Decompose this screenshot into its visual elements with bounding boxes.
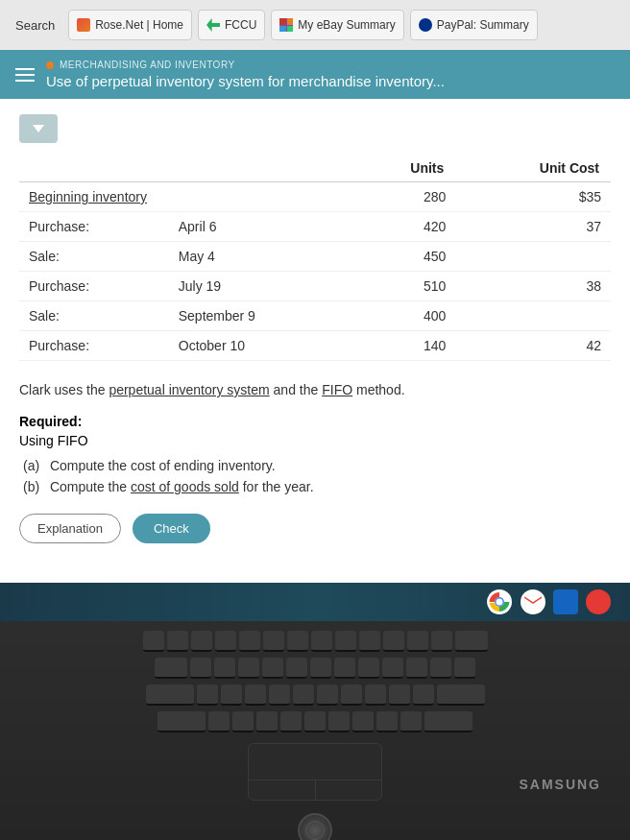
- laptop-shell: Search Rose.Net | Home FCCU My eBay Summ…: [0, 0, 630, 840]
- key[interactable]: [424, 711, 472, 732]
- blue-taskbar-icon[interactable]: [553, 589, 578, 614]
- row-purchase2-cost: 38: [455, 272, 611, 301]
- key[interactable]: [286, 658, 307, 679]
- key[interactable]: [293, 684, 314, 706]
- row-sale1-date: May 4: [169, 242, 350, 272]
- row-purchase1-label: Purchase:: [19, 212, 169, 242]
- key[interactable]: [334, 658, 355, 679]
- key[interactable]: [263, 631, 284, 652]
- key[interactable]: [304, 711, 326, 732]
- key[interactable]: [317, 684, 338, 706]
- key-backspace[interactable]: [455, 631, 488, 652]
- ebay-favicon: [279, 18, 293, 32]
- tab-bar: Search Rose.Net | Home FCCU My eBay Summ…: [0, 0, 630, 50]
- key[interactable]: [280, 711, 302, 732]
- question-b-label: (b): [23, 479, 46, 494]
- perpetual-inventory-link[interactable]: perpetual inventory system: [109, 382, 269, 397]
- beginning-inventory-link[interactable]: Beginning inventory: [29, 189, 147, 204]
- row-sale2-date: September 9: [169, 301, 350, 331]
- tab-ebay[interactable]: My eBay Summary: [271, 10, 403, 40]
- home-button-inner: [305, 821, 325, 840]
- key[interactable]: [400, 711, 422, 732]
- key[interactable]: [365, 684, 386, 706]
- key[interactable]: [341, 684, 362, 706]
- check-button[interactable]: Check: [133, 514, 210, 543]
- key[interactable]: [191, 631, 212, 652]
- key[interactable]: [221, 684, 242, 706]
- row-sale1-cost: [455, 242, 611, 272]
- key[interactable]: [358, 658, 379, 679]
- question-a-label: (a): [23, 458, 46, 473]
- key[interactable]: [256, 711, 278, 732]
- key[interactable]: [407, 631, 428, 652]
- explanation-button[interactable]: Explanation: [19, 514, 121, 543]
- key[interactable]: [359, 631, 380, 652]
- key[interactable]: [311, 631, 332, 652]
- keyboard-body: [0, 621, 630, 840]
- list-item: (a) Compute the cost of ending inventory…: [19, 458, 611, 473]
- touchpad-left-button[interactable]: [249, 780, 316, 800]
- key[interactable]: [413, 684, 434, 706]
- key[interactable]: [190, 658, 211, 679]
- table-row: Purchase: April 6 420 37: [19, 212, 611, 242]
- key[interactable]: [310, 658, 331, 679]
- red-taskbar-icon[interactable]: [586, 589, 611, 614]
- key[interactable]: [431, 631, 452, 652]
- key[interactable]: [215, 631, 236, 652]
- row-purchase1-units: 420: [350, 212, 456, 242]
- key[interactable]: [454, 658, 475, 679]
- tab-fccu[interactable]: FCCU: [198, 10, 265, 40]
- key[interactable]: [269, 684, 290, 706]
- key[interactable]: [430, 658, 451, 679]
- key[interactable]: [232, 711, 254, 732]
- chrome-taskbar-icon[interactable]: [486, 588, 513, 615]
- touchpad-right-button[interactable]: [316, 780, 382, 800]
- gmail-taskbar-icon[interactable]: [521, 589, 545, 614]
- hamburger-line-1: [15, 68, 35, 70]
- tab-rosenet[interactable]: Rose.Net | Home: [68, 10, 192, 40]
- touchpad-buttons: [249, 780, 381, 800]
- key[interactable]: [352, 711, 374, 732]
- key[interactable]: [335, 631, 356, 652]
- key[interactable]: [158, 711, 206, 732]
- key[interactable]: [383, 631, 404, 652]
- touchpad[interactable]: [248, 743, 382, 801]
- row-sale2-label: Sale:: [19, 301, 169, 331]
- key[interactable]: [238, 658, 259, 679]
- key[interactable]: [245, 684, 266, 706]
- table-row: Sale: September 9 400: [19, 301, 611, 331]
- key[interactable]: [382, 658, 403, 679]
- key[interactable]: [167, 631, 188, 652]
- col-header-units: Units: [350, 155, 456, 182]
- key[interactable]: [287, 631, 308, 652]
- home-button[interactable]: [298, 813, 332, 840]
- col-header-cost: Unit Cost: [455, 155, 611, 182]
- key[interactable]: [214, 658, 235, 679]
- key[interactable]: [328, 711, 350, 732]
- key[interactable]: [262, 658, 283, 679]
- key[interactable]: [376, 711, 398, 732]
- key-tab[interactable]: [155, 658, 187, 679]
- screen-area: Search Rose.Net | Home FCCU My eBay Summ…: [0, 0, 630, 595]
- key-enter[interactable]: [437, 684, 485, 706]
- key-row-2: [155, 658, 475, 679]
- key[interactable]: [389, 684, 410, 706]
- svg-rect-2: [524, 595, 542, 609]
- tab-paypal[interactable]: PayPal: Summary: [410, 10, 538, 40]
- cogs-link[interactable]: cost of goods sold: [131, 479, 239, 494]
- key[interactable]: [208, 711, 230, 732]
- tab-search[interactable]: Search: [8, 18, 62, 33]
- key-row-3: [146, 684, 485, 706]
- dropdown-button[interactable]: [19, 114, 58, 143]
- key-caps[interactable]: [146, 684, 194, 706]
- row-purchase2-date: July 19: [169, 272, 350, 301]
- required-section: Required: Using FIFO: [19, 414, 611, 448]
- row-purchase1-cost: 37: [455, 212, 611, 242]
- key[interactable]: [239, 631, 260, 652]
- key[interactable]: [143, 631, 164, 652]
- key[interactable]: [406, 658, 427, 679]
- hamburger-menu[interactable]: [15, 68, 35, 82]
- orange-dot-icon: [46, 61, 54, 69]
- fifo-link[interactable]: FIFO: [322, 382, 352, 397]
- key[interactable]: [197, 684, 218, 706]
